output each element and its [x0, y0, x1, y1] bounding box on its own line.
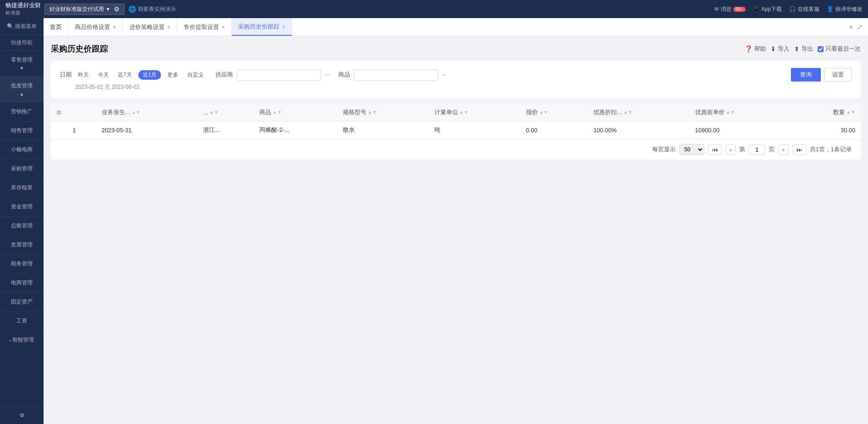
page-number-input[interactable]	[749, 145, 765, 155]
sidebar-item-payroll[interactable]: 工资	[0, 312, 44, 331]
td-row-gear	[51, 121, 67, 139]
supplier-input[interactable]	[237, 69, 321, 81]
gear-icon[interactable]: ⚙	[114, 5, 120, 13]
filter-row: 日期 昨天 今天 近7天 近1月 更多 自定义 供应商 ··· 商品	[60, 68, 852, 82]
table-header-row: ⚙ 业务发生... ▲▼ ...	[51, 104, 861, 121]
tab-end-actions: × ⤢	[844, 18, 868, 36]
sidebar-item-sales[interactable]: 销售管理	[0, 121, 44, 140]
sidebar-item-purchase[interactable]: 采购管理	[0, 159, 44, 178]
sidebar-search[interactable]: 🔍 搜索菜单	[0, 18, 44, 35]
date-today-btn[interactable]: 今天	[95, 70, 112, 80]
sort-icon-product: ▲▼	[273, 111, 282, 114]
sidebar-item-ecommerce-small[interactable]: 小畅电商	[0, 140, 44, 159]
table-gear-icon[interactable]: ⚙	[56, 109, 62, 116]
export-btn[interactable]: ⬆ 导出	[794, 45, 813, 53]
supplier-more-btn[interactable]: ···	[325, 72, 329, 78]
settings-icon: ⚙	[20, 412, 24, 419]
tab-price[interactable]: 商品价格设置 ×	[68, 18, 123, 36]
th-quantity[interactable]: 数量 ▲▼	[793, 104, 861, 121]
th-extra[interactable]: ... ▲▼	[198, 104, 254, 121]
help-btn[interactable]: ❓ 帮助	[745, 45, 766, 53]
th-spec[interactable]: 规格型号 ▲▼	[337, 104, 429, 121]
th-index	[67, 104, 96, 121]
tab-close-price[interactable]: ×	[113, 24, 116, 30]
edition-selector[interactable]: 好业财标准版交付试用 ▾ ⚙	[44, 4, 125, 15]
settings-btn[interactable]: 设置	[824, 68, 852, 82]
sidebar-item-tax[interactable]: 税务管理	[0, 255, 44, 274]
sidebar-item-assets[interactable]: 固定资产	[0, 293, 44, 312]
online-service-btn[interactable]: 🎧 在线客服	[789, 5, 819, 13]
th-unit[interactable]: 计量单位 ▲▼	[429, 104, 521, 121]
app-download-btn[interactable]: 📱 App下载	[753, 5, 782, 13]
date-yesterday-btn[interactable]: 昨天	[75, 70, 92, 80]
tab-close-purchase-strategy[interactable]: ×	[167, 24, 171, 30]
sidebar-item-invoice[interactable]: 发票管理	[0, 236, 44, 255]
import-icon: ⬇	[770, 45, 776, 53]
td-quantity: 30.00	[793, 121, 861, 139]
headset-icon: 🎧	[789, 6, 796, 12]
sidebar: 🔍 搜索菜单 快捷导航 零售管理 ▼ 批发管理 ▲ 营销推广 销售管理 小畅电商…	[0, 18, 44, 424]
td-date: 2023-05-31	[96, 121, 198, 139]
tab-purchase-strategy[interactable]: 进价策略设置 ×	[123, 18, 177, 36]
date-more-btn[interactable]: 更多	[165, 70, 181, 80]
th-discount[interactable]: 优惠折扣... ▲▼	[588, 104, 689, 121]
tab-close-all-btn[interactable]: ×	[847, 23, 855, 31]
page-label: 第	[739, 145, 745, 154]
content-area: 首页 商品价格设置 × 进价策略设置 × 售价提取设置 × 采购历史价跟踪 × …	[44, 18, 868, 424]
message-btn[interactable]: ✉ 消息 99+	[714, 5, 746, 13]
td-spec: 散水	[337, 121, 429, 139]
product-more-btn[interactable]: ···	[442, 72, 446, 78]
tab-close-sale-price[interactable]: ×	[222, 24, 225, 30]
td-price: 0.00	[521, 121, 588, 139]
sidebar-item-ledger[interactable]: 总账管理	[0, 217, 44, 236]
sidebar-settings[interactable]: ⚙	[0, 406, 44, 424]
date-last7-btn[interactable]: 近7天	[115, 70, 135, 80]
export-icon: ⬆	[794, 45, 800, 53]
th-product[interactable]: 商品 ▲▼	[254, 104, 337, 121]
product-input[interactable]	[354, 69, 438, 81]
red-dot-icon: ●	[10, 338, 12, 342]
sort-icon-quantity: ▲▼	[846, 111, 855, 114]
page-first-btn[interactable]: ⏮	[708, 145, 722, 155]
table-card: ⚙ 业务发生... ▲▼ ...	[51, 104, 861, 159]
th-price[interactable]: 报价 ▲▼	[521, 104, 588, 121]
tab-close-history-price[interactable]: ×	[282, 24, 285, 30]
topbar: 畅捷通好业财 标准版 好业财标准版交付试用 ▾ ⚙ 🌐 我要看实例演示 ✉ 消息…	[0, 0, 868, 18]
th-date[interactable]: 业务发生... ▲▼	[96, 104, 198, 121]
message-badge: 99+	[733, 7, 746, 12]
sort-icon-discount: ▲▼	[623, 111, 632, 114]
phone-icon: 📱	[753, 6, 760, 12]
page-next-btn[interactable]: ›	[778, 145, 788, 155]
only-last-checkbox[interactable]	[818, 46, 824, 52]
demo-btn[interactable]: 🌐 我要看实例演示	[128, 5, 176, 13]
th-pre-discount-price[interactable]: 优惠前单价 ▲▼	[690, 104, 794, 121]
sidebar-item-finance[interactable]: 资金管理	[0, 198, 44, 217]
import-btn[interactable]: ⬇ 导入	[770, 45, 790, 53]
user-icon: 👤	[827, 6, 834, 12]
per-page-select[interactable]: 50 20 100	[679, 144, 704, 155]
sidebar-item-wholesale[interactable]: 批发管理 ▲	[0, 77, 44, 102]
date-custom-btn[interactable]: 自定义	[185, 70, 206, 80]
product-filter-label: 商品	[338, 71, 350, 79]
tab-expand-btn[interactable]: ⤢	[855, 23, 864, 31]
date-last1month-btn[interactable]: 近1月	[138, 70, 161, 80]
query-btn[interactable]: 查询	[791, 68, 821, 82]
tab-history-price[interactable]: 采购历史价跟踪 ×	[232, 18, 292, 36]
sidebar-quick-nav[interactable]: 快捷导航	[0, 35, 44, 51]
page-title: 采购历史价跟踪	[51, 43, 108, 54]
sidebar-item-marketing[interactable]: 营销推广	[0, 102, 44, 121]
sidebar-item-smart[interactable]: ●智能管理	[0, 331, 44, 350]
sort-icon-unit: ▲▼	[459, 111, 468, 114]
sidebar-item-retail[interactable]: 零售管理 ▼	[0, 51, 44, 77]
sidebar-item-ecommerce[interactable]: 电商管理	[0, 274, 44, 293]
page-last-btn[interactable]: ⏭	[792, 145, 806, 155]
only-last-checkbox-label: 只看最后一次	[818, 45, 861, 53]
td-unit: 吨	[429, 121, 521, 139]
tabbar: 首页 商品价格设置 × 进价策略设置 × 售价提取设置 × 采购历史价跟踪 × …	[44, 18, 868, 36]
page-prev-btn[interactable]: ‹	[726, 145, 736, 155]
tab-sale-price[interactable]: 售价提取设置 ×	[177, 18, 232, 36]
sort-icon-price: ▲▼	[539, 111, 548, 114]
sidebar-item-inventory[interactable]: 库存核算	[0, 178, 44, 198]
tab-home[interactable]: 首页	[44, 18, 68, 36]
user-menu[interactable]: 👤 徐泽华修改	[827, 5, 863, 13]
